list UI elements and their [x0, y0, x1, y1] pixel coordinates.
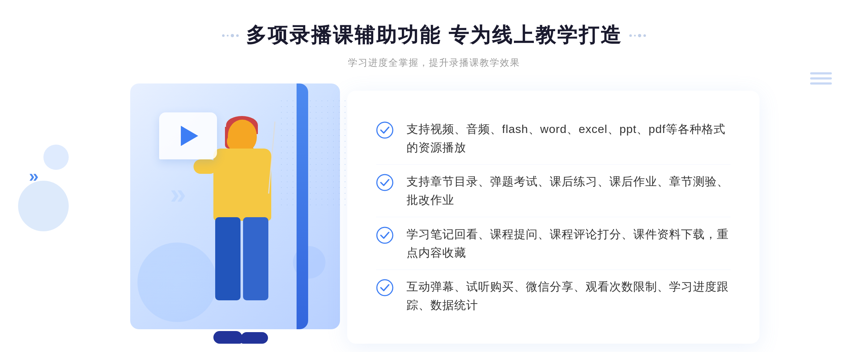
page-title: 多项录播课辅助功能 专为线上教学打造: [246, 22, 622, 49]
page-container: » 多项录播课辅助功能 专为线上教学打造 学习进度全掌握，提升录播课教学效果: [0, 0, 868, 352]
title-row: 多项录播课辅助功能 专为线上教学打造: [222, 22, 646, 49]
deco-vertical-lines: [810, 72, 832, 85]
person-arm-left: [193, 159, 217, 174]
feature-text-4: 互动弹幕、试听购买、微信分享、观看次数限制、学习进度跟踪、数据统计: [407, 278, 731, 314]
svg-point-0: [377, 122, 393, 138]
person-shoe-left: [213, 331, 242, 344]
feature-item-1: 支持视频、音频、flash、word、excel、ppt、pdf等各种格式的资源…: [376, 113, 731, 164]
feature-item-3: 学习笔记回看、课程提问、课程评论打分、课件资料下载，重点内容收藏: [376, 218, 731, 269]
feature-item-2: 支持章节目录、弹题考试、课后练习、课后作业、章节测验、批改作业: [376, 165, 731, 216]
person-shoe-right: [241, 332, 268, 344]
page-subtitle: 学习进度全掌握，提升录播课教学效果: [222, 56, 646, 69]
deco-line-3: [810, 82, 832, 85]
left-decoration-dots: [222, 34, 239, 37]
feature-text-3: 学习笔记回看、课程提问、课程评论打分、课件资料下载，重点内容收藏: [407, 225, 731, 262]
svg-point-3: [377, 280, 393, 296]
features-panel: 支持视频、音频、flash、word、excel、ppt、pdf等各种格式的资源…: [347, 91, 760, 344]
divider-2: [376, 217, 731, 217]
svg-point-1: [377, 175, 393, 190]
person-pants-left: [215, 217, 241, 300]
deco-circle-outline-2: [43, 145, 69, 170]
feature-text-2: 支持章节目录、弹题考试、课后练习、课后作业、章节测验、批改作业: [407, 172, 731, 209]
person-pants-right: [243, 217, 268, 300]
play-icon: [181, 126, 198, 146]
feature-item-4: 互动弹幕、试听购买、微信分享、观看次数限制、学习进度跟踪、数据统计: [376, 270, 731, 322]
check-icon-2: [376, 174, 393, 191]
right-decoration-dots: [629, 34, 646, 37]
play-bubble: [159, 112, 217, 159]
check-icon-3: [376, 227, 393, 244]
divider-1: [376, 164, 731, 165]
illustration-panel: »: [109, 83, 354, 344]
main-content: » 支持视频、音频、flash、word、excel、ppt、pdf等各种格式的…: [109, 83, 760, 352]
deco-line-2: [810, 77, 832, 80]
person-torso: [213, 149, 271, 221]
deco-line-1: [810, 72, 832, 74]
check-icon-1: [376, 121, 393, 139]
header-section: 多项录播课辅助功能 专为线上教学打造 学习进度全掌握，提升录播课教学效果: [222, 22, 646, 69]
deco-circle-outline-1: [18, 181, 69, 231]
divider-3: [376, 270, 731, 270]
feature-text-1: 支持视频、音频、flash、word、excel、ppt、pdf等各种格式的资源…: [407, 120, 731, 157]
check-icon-4: [376, 279, 393, 296]
svg-point-2: [377, 227, 393, 243]
right-side-decoration: [810, 72, 832, 85]
